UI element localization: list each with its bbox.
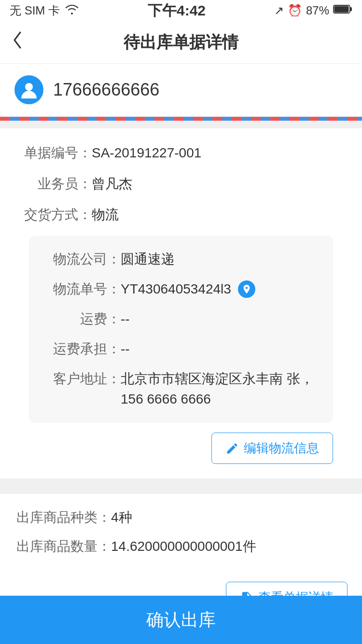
freight-value: -- — [121, 309, 319, 329]
edit-btn-row: 编辑物流信息 — [14, 423, 348, 464]
goods-section: 出库商品种类： 4种 出库商品数量： 14.620000000000001件 — [0, 494, 362, 570]
avatar — [14, 75, 43, 104]
svg-rect-2 — [334, 6, 348, 13]
goods-types-value: 4种 — [111, 508, 348, 527]
page-title: 待出库单据详情 — [124, 31, 238, 54]
logistics-card: 物流公司： 圆通速递 物流单号： YT43064053424l3 运费： -- … — [29, 236, 333, 423]
delivery-row: 交货方式： 物流 — [14, 205, 348, 225]
location-arrow-icon: ↗ — [274, 4, 284, 17]
svg-rect-1 — [350, 7, 352, 11]
order-no-row: 单据编号： SA-20191227-001 — [14, 143, 348, 163]
delivery-label: 交货方式： — [14, 205, 92, 225]
tracking-value-row: YT43064053424l3 — [121, 279, 319, 299]
order-no-value: SA-20191227-001 — [92, 143, 348, 163]
phone-row: 17666666666 — [0, 64, 362, 116]
freight-bearer-label: 运费承担： — [43, 339, 121, 359]
salesman-label: 业务员： — [14, 174, 92, 194]
order-info-section: 单据编号： SA-20191227-001 业务员： 曾凡杰 交货方式： 物流 … — [0, 128, 362, 478]
confirm-button[interactable]: 确认出库 — [0, 596, 362, 644]
nav-bar: 待出库单据详情 — [0, 21, 362, 64]
dashed-separator — [0, 117, 362, 121]
tracking-value: YT43064053424l3 — [121, 279, 231, 299]
freight-bearer-row: 运费承担： -- — [43, 339, 319, 359]
logistics-company-label: 物流公司： — [43, 249, 121, 269]
svg-point-3 — [25, 83, 33, 91]
freight-bearer-value: -- — [121, 339, 319, 359]
goods-quantity-row: 出库商品数量： 14.620000000000001件 — [14, 537, 348, 556]
freight-row: 运费： -- — [43, 309, 319, 329]
status-time: 下午4:42 — [148, 1, 206, 21]
confirm-button-label: 确认出库 — [146, 608, 216, 632]
edit-icon — [225, 442, 239, 455]
goods-quantity-value: 14.620000000000001件 — [111, 537, 348, 556]
alarm-icon: ⏰ — [288, 4, 302, 17]
battery-text: 87% — [306, 4, 329, 17]
status-left: 无 SIM 卡 — [10, 3, 79, 18]
address-value: 北京市市辖区海淀区永丰南 张，156 6666 6666 — [121, 369, 319, 409]
wifi-icon — [65, 4, 79, 17]
logistics-company-row: 物流公司： 圆通速递 — [43, 249, 319, 269]
freight-label: 运费： — [43, 309, 121, 329]
tracking-label: 物流单号： — [43, 279, 121, 299]
goods-types-label: 出库商品种类： — [14, 508, 111, 527]
salesman-value: 曾凡杰 — [92, 174, 348, 194]
status-right: ↗ ⏰ 87% — [274, 4, 352, 17]
address-label: 客户地址： — [43, 369, 121, 389]
delivery-value: 物流 — [92, 205, 348, 225]
edit-logistics-button[interactable]: 编辑物流信息 — [211, 433, 333, 464]
carrier-text: 无 SIM 卡 — [10, 3, 60, 18]
tracking-row: 物流单号： YT43064053424l3 — [43, 279, 319, 299]
order-no-label: 单据编号： — [14, 143, 92, 163]
status-bar: 无 SIM 卡 下午4:42 ↗ ⏰ 87% — [0, 0, 362, 21]
goods-types-row: 出库商品种类： 4种 — [14, 508, 348, 527]
salesman-row: 业务员： 曾凡杰 — [14, 174, 348, 194]
tracking-location-button[interactable] — [238, 280, 255, 298]
battery-icon — [333, 4, 352, 17]
logistics-company-value: 圆通速递 — [121, 249, 319, 269]
back-button[interactable] — [12, 30, 23, 54]
edit-logistics-label: 编辑物流信息 — [244, 440, 319, 457]
customer-phone: 17666666666 — [53, 80, 159, 100]
address-row: 客户地址： 北京市市辖区海淀区永丰南 张，156 6666 6666 — [43, 369, 319, 409]
section-divider — [0, 486, 362, 494]
goods-quantity-label: 出库商品数量： — [14, 537, 111, 556]
